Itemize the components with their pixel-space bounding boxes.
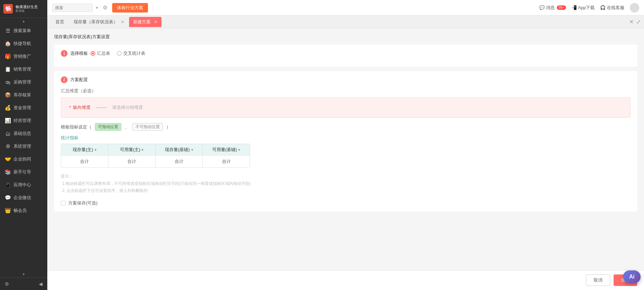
tab-new-scheme[interactable]: 新建方案 ✕: [129, 17, 162, 27]
sidebar-item-membership[interactable]: 👑 畅会员: [0, 204, 47, 217]
page-title: 现存量(库存状况表)方案设置: [54, 34, 637, 40]
sidebar-item-purchase[interactable]: 🛍 采购管理: [0, 76, 47, 89]
stats-cell-1-1: 合计: [61, 156, 108, 167]
tab-new-scheme-close-icon[interactable]: ✕: [154, 20, 157, 24]
sidebar-item-label: 企业微信: [14, 195, 31, 201]
wechat-icon: 💬: [5, 195, 11, 201]
stats-col-2-dropdown-icon[interactable]: ▾: [142, 148, 144, 152]
gear-icon[interactable]: ⚙: [103, 4, 107, 11]
membership-icon: 👑: [5, 208, 11, 214]
sidebar-item-inventory[interactable]: 📦 库存核算: [0, 89, 47, 101]
sidebar-item-search-menu[interactable]: ☰ 搜索菜单: [0, 24, 47, 37]
system-icon: ⚙: [5, 143, 11, 149]
step1-label: 选择模板: [70, 50, 88, 56]
logo-icon: 畅: [3, 4, 13, 14]
sidebar-item-label: 企业协同: [14, 156, 31, 162]
sidebar-item-wechat[interactable]: 💬 企业微信: [0, 191, 47, 204]
sidebar-item-label: 搜索菜单: [14, 28, 31, 34]
stats-col-1-dropdown-icon[interactable]: ▾: [95, 148, 97, 152]
headset-icon: 🎧: [600, 5, 605, 10]
tip-2: 2. 点击标题栏下拉可设置排序、插入列和删除列: [61, 187, 630, 195]
stats-col-1-header[interactable]: 现存量(主) ▾: [61, 144, 108, 155]
cta-button[interactable]: 体验行业方案: [112, 3, 148, 13]
tip-title: 提示：: [61, 173, 630, 180]
inventory-icon: 📦: [5, 92, 11, 98]
sidebar-item-label: 采购管理: [14, 79, 31, 85]
stats-cell-1-3: 合计: [156, 156, 203, 167]
message-icon: 💬: [539, 5, 545, 10]
tab-inventory-close-icon[interactable]: ✕: [121, 20, 124, 24]
sidebar-item-label: 基础信息: [14, 130, 31, 137]
finance-icon: 💰: [5, 105, 11, 111]
sidebar-item-label: 营销推广: [14, 53, 31, 59]
step1-card: 1 选择模板 汇总表 交叉统计表: [54, 45, 637, 67]
sidebar-item-operations[interactable]: 📊 经营管理: [0, 114, 47, 127]
stats-table: 现存量(主) ▾ 可用量(主) ▾ 现存量(基辅) ▾ 可用量(基辅) ▾: [61, 144, 250, 168]
app-download-button[interactable]: 📲 App下载: [571, 5, 595, 11]
template-cross-option[interactable]: 交叉统计表: [117, 50, 145, 56]
step2-label: 方案配置: [70, 77, 88, 83]
tab-close-control[interactable]: ✕: [629, 19, 634, 25]
dimension-required-mark: * 纵向维度: [69, 104, 91, 111]
dimension-area[interactable]: * 纵向维度 —— 请选择分组维度: [61, 97, 630, 118]
guide-icon: 📚: [5, 169, 11, 175]
topbar-right: 💬 消息 99+ 📲 App下载 🎧 在线客服: [539, 3, 639, 13]
cross-radio-dot[interactable]: [117, 51, 122, 56]
sidebar-item-label: 系统管理: [14, 143, 31, 149]
summary-radio-dot[interactable]: [91, 51, 95, 56]
sidebar-item-label: 畅会员: [14, 208, 27, 214]
tab-inventory-status[interactable]: 现存量（库存状况表） ✕: [69, 16, 129, 28]
save-option: 方案保存(可选): [61, 200, 630, 206]
cooperation-icon: 🤝: [5, 156, 11, 162]
search-menu-icon: ☰: [5, 28, 11, 34]
tab-home[interactable]: 首页: [51, 16, 69, 28]
ai-fab-button[interactable]: Ai: [623, 270, 641, 283]
customer-service-button[interactable]: 🎧 在线客服: [600, 5, 624, 11]
sidebar-item-finance[interactable]: 💰 资金管理: [0, 101, 47, 114]
template-summary-option[interactable]: 汇总表: [91, 50, 110, 56]
tabbar: 首页 现存量（库存状况表） ✕ 新建方案 ✕ ✕ ⤢: [47, 16, 644, 28]
messages-button[interactable]: 💬 消息 99+: [539, 5, 566, 11]
tab-new-scheme-label: 新建方案: [133, 19, 151, 25]
stats-col-3-dropdown-icon[interactable]: ▾: [191, 148, 193, 152]
sales-icon: 📋: [5, 66, 11, 72]
stats-col-2-header[interactable]: 可用量(主) ▾: [108, 144, 156, 155]
logo-text: 畅康通好生意 标准版: [16, 4, 38, 13]
settings-icon[interactable]: ⚙: [5, 281, 9, 287]
sidebar-item-basic-info[interactable]: 🗂 基础信息: [0, 127, 47, 140]
search-input[interactable]: [52, 4, 93, 12]
sidebar-item-marketing[interactable]: 🎁 营销推广: [0, 50, 47, 63]
stats-cell-1-2: 合计: [108, 156, 156, 167]
stats-section-label: 统计指标: [61, 135, 630, 141]
sidebar-item-label: 资金管理: [14, 105, 31, 111]
sidebar-item-new-guide[interactable]: 📚 新手引导: [0, 166, 47, 178]
save-checkbox[interactable]: [61, 201, 66, 206]
dimension-dash: ——: [96, 104, 107, 111]
sidebar-item-label: 库存核算: [14, 92, 31, 98]
purchase-icon: 🛍: [5, 79, 11, 85]
cross-radio-label: 交叉统计表: [123, 50, 145, 56]
app-logo: 畅 畅康通好生意 标准版: [0, 0, 47, 18]
tab-expand-control[interactable]: ⤢: [636, 19, 641, 25]
footer-actions: 取消 查询: [47, 270, 644, 290]
stats-col-3-label: 现存量(基辅): [165, 147, 190, 153]
sidebar-item-label: 快捷导航: [14, 41, 31, 47]
sidebar-item-quick-nav[interactable]: 🏠 快捷导航: [0, 37, 47, 50]
gift-icon: 🎁: [5, 53, 11, 59]
sidebar-item-system[interactable]: ⚙ 系统管理: [0, 140, 47, 153]
sidebar-item-sales[interactable]: 📋 销售管理: [0, 63, 47, 76]
sidebar-item-cooperation[interactable]: 🤝 企业协同: [0, 153, 47, 166]
tabbar-controls: ✕ ⤢: [629, 19, 641, 25]
sidebar-item-app-center[interactable]: 📱 应用中心: [0, 178, 47, 191]
stats-col-4-dropdown-icon[interactable]: ▾: [238, 148, 240, 152]
search-dropdown-icon[interactable]: ▾: [96, 5, 98, 10]
stats-col-4-header[interactable]: 可用量(基辅) ▾: [203, 144, 250, 155]
indicator-settings-close: ）: [166, 124, 171, 130]
sidebar-scroll-down[interactable]: ▼: [0, 271, 47, 277]
stats-col-3-header[interactable]: 现存量(基辅) ▾: [156, 144, 203, 155]
step2-card: 2 方案配置 汇总维度（必选） * 纵向维度 —— 请选择分组维度 模板指标设定…: [54, 71, 637, 212]
sidebar-scroll-up[interactable]: ▲: [0, 18, 47, 24]
user-avatar[interactable]: [630, 3, 639, 13]
collapse-icon[interactable]: ◀: [39, 281, 43, 287]
cancel-button[interactable]: 取消: [586, 274, 610, 286]
